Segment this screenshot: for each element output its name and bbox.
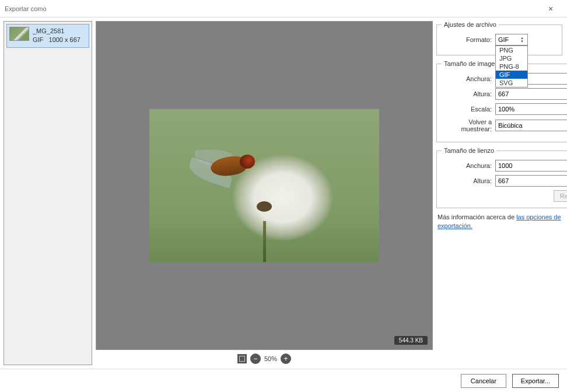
resample-label: Volver a muestrear: (442, 118, 492, 132)
scale-input[interactable]: 100% ▲▼ (495, 103, 567, 115)
fly-subject (181, 132, 263, 197)
thumbnail-details: GIF 1000 x 667 (33, 36, 80, 44)
thumbnail-meta: _MG_2581 GIF 1000 x 667 (33, 27, 80, 45)
scale-label: Escala: (442, 106, 492, 113)
preview-image (149, 109, 379, 262)
canvas-width-label: Anchura: (442, 162, 492, 169)
settings-panel: Ajustes de archivo Formato: GIF ▲▼ PNG J… (436, 21, 564, 365)
main-area: _MG_2581 GIF 1000 x 667 544.3 KB (0, 18, 567, 369)
file-settings-group: Ajustes de archivo Formato: GIF ▲▼ PNG J… (436, 21, 562, 55)
format-option-svg[interactable]: SVG (496, 79, 527, 87)
filesize-badge: 544.3 KB (394, 336, 428, 345)
format-dropdown: PNG JPG PNG-8 GIF SVG (495, 46, 528, 88)
thumbnail-item[interactable]: _MG_2581 GIF 1000 x 667 (6, 24, 89, 48)
flower-stem (263, 221, 266, 262)
dialog-footer: Cancelar Exportar... (0, 369, 567, 392)
reset-button[interactable]: Restaurar (554, 190, 567, 202)
select-arrows-icon: ▲▼ (518, 35, 526, 44)
format-select[interactable]: GIF ▲▼ PNG JPG PNG-8 GIF SVG (495, 34, 528, 46)
fit-screen-icon[interactable] (237, 354, 247, 363)
flower-base (257, 201, 272, 212)
zoom-level: 50% (264, 355, 277, 362)
thumbnail-panel: _MG_2581 GIF 1000 x 667 (4, 21, 92, 365)
img-height-input[interactable] (495, 88, 567, 100)
preview-canvas[interactable]: 544.3 KB (96, 21, 433, 350)
format-label: Formato: (442, 36, 492, 43)
canvas-size-legend: Tamaño de lienzo (442, 147, 496, 154)
export-info-text: Más información acerca de las opciones d… (436, 213, 562, 231)
canvas-height-label: Altura: (442, 177, 492, 184)
zoom-in-button[interactable]: + (281, 354, 291, 364)
canvas-size-group: Tamaño de lienzo Anchura: px Altura: px … (436, 147, 567, 208)
format-option-png8[interactable]: PNG-8 (496, 62, 527, 71)
export-button[interactable]: Exportar... (512, 374, 559, 388)
zoom-toolbar: − 50% + (96, 352, 433, 365)
resample-select[interactable]: Bicúbica ▲▼ (495, 120, 567, 131)
image-size-legend: Tamaño de imagen (442, 60, 501, 67)
preview-panel: 544.3 KB − 50% + (96, 21, 433, 365)
img-width-label: Anchura: (442, 75, 492, 82)
canvas-height-input[interactable] (495, 175, 567, 187)
cancel-button[interactable]: Cancelar (461, 374, 506, 388)
format-option-jpg[interactable]: JPG (496, 54, 527, 62)
thumbnail-filename: _MG_2581 (33, 27, 80, 36)
format-option-gif[interactable]: GIF (496, 71, 527, 79)
close-icon[interactable]: × (539, 4, 562, 13)
thumbnail-preview-icon (9, 27, 29, 41)
format-option-png[interactable]: PNG (496, 46, 527, 54)
window-title: Exportar como (5, 5, 539, 12)
title-bar: Exportar como × (0, 0, 567, 18)
img-height-label: Altura: (442, 90, 492, 97)
canvas-width-input[interactable] (495, 160, 567, 172)
zoom-out-button[interactable]: − (250, 354, 261, 364)
file-settings-legend: Ajustes de archivo (442, 21, 499, 28)
